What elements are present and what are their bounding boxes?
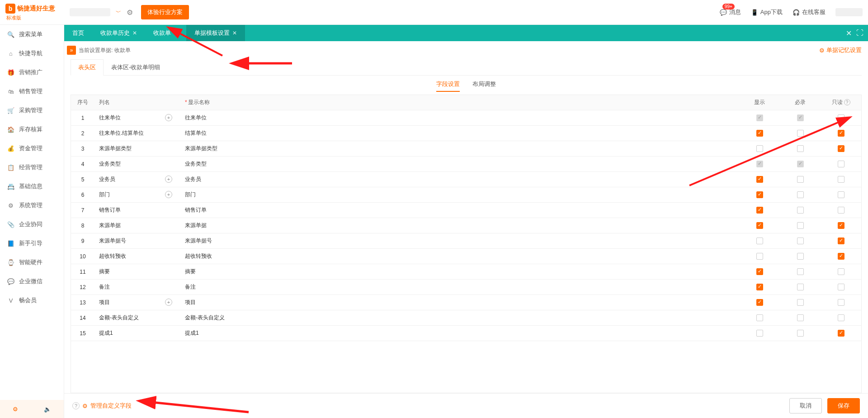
cell-display[interactable]: 金额-表头自定义 xyxy=(180,310,739,326)
sidebar-item-basic-info[interactable]: 📇基础信息 xyxy=(0,177,64,196)
checkbox[interactable] xyxy=(838,207,844,214)
cell-display[interactable]: 来源单据 xyxy=(180,218,739,233)
sidebar-item-inventory[interactable]: 🏠库存核算 xyxy=(0,120,64,139)
help-icon[interactable]: ? xyxy=(844,99,850,105)
close-icon[interactable]: ✕ xyxy=(232,30,237,36)
experience-plan-button[interactable]: 体验行业方案 xyxy=(141,5,189,19)
sidebar-item-guide[interactable]: 📘新手引导 xyxy=(0,234,64,253)
checkbox[interactable] xyxy=(838,176,844,183)
checkbox[interactable] xyxy=(797,299,804,306)
tab-收款单历史[interactable]: 收款单历史✕ xyxy=(92,25,145,41)
cancel-button[interactable]: 取消 xyxy=(789,398,822,413)
cell-display[interactable]: 来源单据号 xyxy=(180,233,739,249)
manage-custom-fields-link[interactable]: ? ⚙ 管理自定义字段 xyxy=(72,402,132,410)
checkbox[interactable] xyxy=(756,238,763,244)
checkbox[interactable] xyxy=(797,176,804,183)
sound-icon[interactable]: 🔈 xyxy=(44,406,51,413)
checkbox[interactable] xyxy=(838,299,844,306)
settings-icon[interactable]: ⚙ xyxy=(13,406,18,413)
checkbox[interactable] xyxy=(797,222,804,229)
cell-display[interactable]: 项目 xyxy=(180,295,739,310)
checkbox[interactable] xyxy=(756,268,763,275)
checkbox[interactable] xyxy=(838,268,844,275)
sidebar-item-hardware[interactable]: ⌚智能硬件 xyxy=(0,253,64,272)
cell-display[interactable]: 业务员 xyxy=(180,172,739,187)
checkbox[interactable] xyxy=(797,145,804,152)
checkbox[interactable] xyxy=(756,299,763,306)
area-tab[interactable]: 表体区-收款单明细 xyxy=(104,59,168,75)
tab-单据模板设置[interactable]: 单据模板设置✕ xyxy=(186,25,245,41)
checkbox[interactable] xyxy=(838,238,844,244)
checkbox[interactable] xyxy=(797,330,804,337)
checkbox[interactable] xyxy=(756,191,763,198)
checkbox[interactable] xyxy=(756,314,763,321)
sidebar-item-member[interactable]: V畅会员 xyxy=(0,291,64,310)
cell-display[interactable]: 结算单位 xyxy=(180,126,739,141)
collapse-toggle[interactable]: » xyxy=(67,46,76,55)
sidebar-item-funds[interactable]: 💰资金管理 xyxy=(0,139,64,158)
checkbox[interactable] xyxy=(756,130,763,137)
add-icon[interactable]: + xyxy=(165,191,172,198)
checkbox[interactable] xyxy=(797,191,804,198)
checkbox[interactable] xyxy=(797,314,804,321)
cell-display[interactable]: 往来单位 xyxy=(180,110,739,126)
sidebar-item-search-menu[interactable]: 🔍搜索菜单 xyxy=(0,25,64,44)
cell-display[interactable]: 备注 xyxy=(180,280,739,295)
cell-display[interactable]: 业务类型 xyxy=(180,157,739,172)
checkbox[interactable] xyxy=(838,114,844,121)
close-all-button[interactable]: ✕ xyxy=(846,29,852,38)
close-icon[interactable]: ✕ xyxy=(132,30,137,36)
sidebar-item-quick-nav[interactable]: ⌂快捷导航 xyxy=(0,44,64,63)
online-service-button[interactable]: 🎧 在线客服 xyxy=(793,8,826,16)
add-icon[interactable]: + xyxy=(165,114,172,121)
company-selector[interactable]: ﹀ ⚙ xyxy=(70,8,133,17)
checkbox[interactable] xyxy=(838,330,844,337)
checkbox[interactable] xyxy=(797,238,804,244)
checkbox[interactable] xyxy=(756,145,763,152)
checkbox[interactable] xyxy=(756,176,763,183)
checkbox[interactable] xyxy=(756,207,763,214)
memory-settings-link[interactable]: ⚙ 单据记忆设置 xyxy=(819,46,862,54)
center-tab[interactable]: 字段设置 xyxy=(436,80,460,92)
checkbox[interactable] xyxy=(756,330,763,337)
checkbox[interactable] xyxy=(838,130,844,137)
checkbox[interactable] xyxy=(797,284,804,290)
tab-首页[interactable]: 首页 xyxy=(64,25,92,41)
fullscreen-button[interactable]: ⛶ xyxy=(856,29,863,37)
cell-display[interactable]: 部门 xyxy=(180,187,739,203)
sidebar-item-collab[interactable]: 📎企业协同 xyxy=(0,215,64,234)
tab-收款单[interactable]: 收款单✕ xyxy=(145,25,186,41)
checkbox[interactable] xyxy=(838,314,844,321)
sidebar-item-sales[interactable]: 🛍销售管理 xyxy=(0,82,64,101)
user-avatar[interactable] xyxy=(835,8,863,16)
checkbox[interactable] xyxy=(838,284,844,290)
save-button[interactable]: 保存 xyxy=(827,398,860,413)
add-icon[interactable]: + xyxy=(165,176,172,183)
close-icon[interactable]: ✕ xyxy=(174,30,178,36)
add-icon[interactable]: + xyxy=(165,299,172,306)
checkbox[interactable] xyxy=(838,145,844,152)
app-download-button[interactable]: 📱 App下载 xyxy=(751,8,783,16)
checkbox[interactable] xyxy=(797,268,804,275)
area-tab[interactable]: 表头区 xyxy=(71,59,104,76)
checkbox[interactable] xyxy=(797,130,804,137)
sidebar-item-system[interactable]: ⚙系统管理 xyxy=(0,196,64,215)
center-tab[interactable]: 布局调整 xyxy=(472,80,496,92)
cell-display[interactable]: 销售订单 xyxy=(180,203,739,218)
sidebar-item-operations[interactable]: 📋经营管理 xyxy=(0,158,64,177)
sidebar-item-marketing[interactable]: 🎁营销推广 xyxy=(0,63,64,82)
cell-display[interactable]: 提成1 xyxy=(180,326,739,341)
checkbox[interactable] xyxy=(756,222,763,229)
checkbox[interactable] xyxy=(838,253,844,260)
cell-display[interactable]: 来源单据类型 xyxy=(180,141,739,157)
checkbox[interactable] xyxy=(756,253,763,260)
checkbox[interactable] xyxy=(797,207,804,214)
sidebar-item-purchase[interactable]: 🛒采购管理 xyxy=(0,101,64,120)
gear-icon[interactable]: ⚙ xyxy=(127,8,133,17)
cell-display[interactable]: 超收转预收 xyxy=(180,249,739,264)
checkbox[interactable] xyxy=(838,222,844,229)
sidebar-item-wechat[interactable]: 💬企业微信 xyxy=(0,272,64,291)
checkbox[interactable] xyxy=(838,191,844,198)
checkbox[interactable] xyxy=(797,253,804,260)
messages-button[interactable]: 💬 消息 99+ xyxy=(720,8,741,16)
